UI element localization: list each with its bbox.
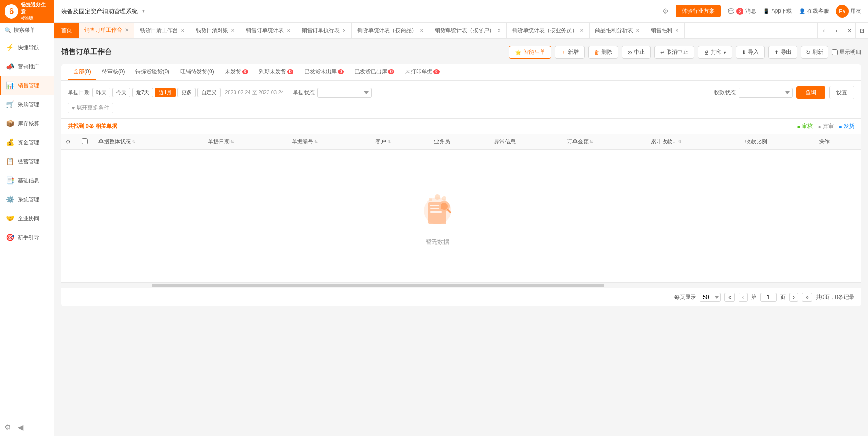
tabs-scroll-left[interactable]: ‹	[817, 23, 830, 39]
print-button[interactable]: 🖨 打印 ▾	[698, 46, 732, 59]
stop-button[interactable]: ⊘ 中止	[622, 46, 651, 59]
tab-close-cargo-customer[interactable]: ✕	[497, 28, 501, 33]
tab-cargo-stats-staff[interactable]: 销货单统计表（按业务员） ✕	[507, 23, 590, 39]
col-amount[interactable]: 订单金额⇅	[562, 134, 646, 150]
online-service-btn[interactable]: 👤 在线客服	[799, 7, 829, 15]
first-page-btn[interactable]: «	[724, 293, 735, 302]
date-more[interactable]: 更多	[177, 88, 196, 97]
date-today[interactable]: 今天	[112, 88, 130, 97]
page-number-input[interactable]	[760, 293, 777, 302]
tab-close-cash-reconcile[interactable]: ✕	[231, 28, 235, 33]
sidebar-search[interactable]: 🔍 搜索菜单	[0, 23, 54, 38]
sidebar-item-marketing[interactable]: 📣 营销推广	[0, 57, 54, 76]
scrollbar-thumb[interactable]	[152, 284, 604, 287]
delete-button[interactable]: 🗑 删除	[588, 46, 618, 59]
col-ratio[interactable]: 收款比例	[741, 134, 814, 150]
add-button[interactable]: ＋ 新增	[555, 46, 585, 59]
filter-tab-shipped-not-out[interactable]: 已发货未出库0	[299, 64, 350, 80]
prev-page-btn[interactable]: ‹	[739, 293, 748, 302]
message-btn[interactable]: 💬 6 消息	[728, 7, 756, 15]
col-abnormal[interactable]: 异常信息	[489, 134, 562, 150]
col-number[interactable]: 单据编号⇅	[287, 134, 371, 150]
set-button[interactable]: 设置	[829, 86, 854, 99]
col-date[interactable]: 单据日期⇅	[203, 134, 287, 150]
sidebar-item-operation[interactable]: 📋 经营管理	[0, 152, 54, 171]
cancel-action[interactable]: ● 弃审	[818, 123, 834, 130]
app-download-btn[interactable]: 📱 App下载	[763, 7, 792, 15]
page-size-select[interactable]: 50 100 200	[700, 293, 721, 302]
sidebar-item-inventory[interactable]: 📦 库存核算	[0, 114, 54, 133]
sidebar-item-nav[interactable]: ⚡ 快捷导航	[0, 38, 54, 57]
tab-close-sales-stats[interactable]: ✕	[287, 28, 290, 33]
topbar-gear-icon[interactable]: ⚙	[662, 7, 669, 15]
smart-gen-button[interactable]: ⭐ 智能生单	[509, 46, 551, 59]
filter-tab-overdue[interactable]: 到期未发货0	[254, 64, 299, 80]
detail-checkbox-input[interactable]	[832, 49, 838, 55]
sidebar-item-system[interactable]: ⚙️ 系统管理	[0, 190, 54, 209]
ship-action[interactable]: ● 发货	[839, 123, 854, 130]
tab-home[interactable]: 首页	[54, 23, 79, 39]
horizontal-scrollbar[interactable]	[61, 282, 861, 288]
tabs-maximize[interactable]: ⊡	[855, 23, 868, 39]
import-button[interactable]: ⬇ 导入	[736, 46, 765, 59]
tab-cash-daily[interactable]: 钱货日清工作台 ✕	[134, 23, 190, 39]
settings-icon[interactable]: ⚙	[5, 423, 11, 431]
date-7days[interactable]: 近7天	[132, 88, 153, 97]
tab-sales-stats[interactable]: 销售订单统计表 ✕	[240, 23, 296, 39]
sidebar-item-finance[interactable]: 💰 资金管理	[0, 133, 54, 152]
query-button[interactable]: 查询	[796, 86, 825, 99]
refresh-button[interactable]: ↻ 刷新	[801, 46, 828, 59]
date-1month[interactable]: 近1月	[155, 88, 176, 97]
cancel-stop-button[interactable]: ↩ 取消中止	[654, 46, 694, 59]
col-settings[interactable]: ⚙	[61, 134, 77, 150]
col-checkbox[interactable]	[77, 134, 94, 150]
tabs-close-all[interactable]: ✕	[843, 23, 855, 39]
date-custom[interactable]: 自定义	[197, 88, 221, 97]
tab-close-sales-exec[interactable]: ✕	[342, 28, 346, 33]
export-button[interactable]: ⬆ 导出	[768, 46, 797, 59]
tab-margin-analysis[interactable]: 商品毛利分析表 ✕	[590, 23, 645, 39]
col-customer[interactable]: 客户⇅	[371, 134, 429, 150]
solution-button[interactable]: 体验行业方案	[676, 5, 721, 17]
col-staff[interactable]: 业务员	[429, 134, 489, 150]
tab-cargo-stats-product[interactable]: 销货单统计表（按商品） ✕	[352, 23, 429, 39]
audit-action[interactable]: ● 审核	[797, 123, 812, 130]
show-detail-checkbox[interactable]: 显示明细	[832, 48, 861, 56]
next-page-btn[interactable]: ›	[789, 293, 798, 302]
user-area[interactable]: Ea 用友	[836, 5, 861, 18]
sidebar-item-enterprise[interactable]: 🤝 企业协同	[0, 209, 54, 228]
filter-tab-pending-inspect[interactable]: 待拣货验货(0)	[130, 64, 175, 80]
tab-close-cargo-staff[interactable]: ✕	[580, 28, 584, 33]
tab-close-sales-workbench[interactable]: ✕	[125, 28, 129, 33]
col-status[interactable]: 单据整体状态⇅	[94, 134, 203, 150]
filter-tab-not-shipped[interactable]: 未发货0	[220, 64, 254, 80]
sidebar-item-basic[interactable]: 📑 基础信息	[0, 171, 54, 190]
system-dropdown[interactable]: ▼	[141, 9, 146, 14]
tab-close-cargo-product[interactable]: ✕	[420, 28, 423, 33]
collapse-icon[interactable]: ◀	[18, 423, 23, 431]
tab-close-profit[interactable]: ✕	[675, 28, 679, 33]
last-page-btn[interactable]: »	[802, 293, 812, 302]
sidebar-item-guide[interactable]: 🎯 新手引导	[0, 228, 54, 247]
filter-tab-not-printed[interactable]: 未打印单据0	[400, 64, 445, 80]
status-select[interactable]	[317, 88, 372, 98]
sidebar-item-purchase[interactable]: 🛒 采购管理	[0, 95, 54, 114]
filter-tab-shipped-out[interactable]: 已发货已出库0	[349, 64, 400, 80]
tab-sales-workbench[interactable]: 销售订单工作台 ✕	[79, 23, 134, 39]
filter-tab-pending-audit[interactable]: 待审核(0)	[96, 64, 130, 80]
date-yesterday[interactable]: 昨天	[92, 88, 110, 97]
select-all-checkbox[interactable]	[82, 138, 88, 144]
tab-close-margin[interactable]: ✕	[636, 28, 639, 33]
sidebar-item-sales[interactable]: 📊 销售管理	[0, 76, 54, 95]
tab-cash-reconcile[interactable]: 钱货日清对账 ✕	[190, 23, 240, 39]
tabs-scroll-right[interactable]: ›	[830, 23, 843, 39]
col-collected[interactable]: 累计收款...⇅	[646, 134, 741, 150]
payment-select[interactable]	[739, 88, 793, 98]
tab-sales-exec[interactable]: 销售订单执行表 ✕	[296, 23, 352, 39]
filter-tab-all[interactable]: 全部(0)	[68, 64, 96, 80]
tab-sales-profit[interactable]: 销售毛利 ✕	[645, 23, 685, 39]
tab-cargo-stats-customer[interactable]: 销货单统计表（按客户） ✕	[429, 23, 507, 39]
filter-tab-wangpu[interactable]: 旺铺待发货(0)	[175, 64, 220, 80]
expand-button[interactable]: ▾ 展开更多条件	[68, 103, 113, 113]
tab-close-cash-daily[interactable]: ✕	[181, 28, 184, 33]
